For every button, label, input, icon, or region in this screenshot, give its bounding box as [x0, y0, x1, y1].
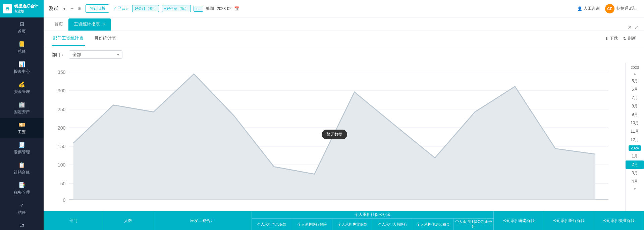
logo-name: 畅捷通好会计	[14, 4, 38, 9]
sidebar-item-label: 进销台账	[14, 170, 30, 175]
th-p5: 个人承担住房公积金	[413, 219, 453, 230]
sidebar-item-checkout[interactable]: ✓ 结账	[0, 199, 44, 219]
svg-text:350: 350	[58, 70, 66, 75]
period-label: 账期	[206, 6, 214, 11]
user-area: CE 畅捷通B迅...	[605, 4, 639, 13]
chart-section: 350 300 250 200 150 100 50 0	[44, 63, 644, 211]
sidebar-item-label: 税务管理	[14, 190, 30, 195]
sidebar-item-archive[interactable]: 🗂 归档管理	[0, 219, 44, 230]
month-12[interactable]: 12月	[626, 136, 644, 144]
dept-select-wrapper: 全部 销售部 财务部 技术部	[69, 50, 122, 59]
svg-text:100: 100	[58, 162, 66, 168]
th-p2: 个人承担医疗保险	[292, 219, 332, 230]
avatar: CE	[605, 4, 614, 13]
sidebar-item-reports[interactable]: 📊 报表中心	[0, 58, 44, 78]
date-panel: 2023 ▲ 5月 6月 7月 8月 9月 10月 11月 12月 2024 1…	[625, 63, 644, 211]
tag-3: +...	[194, 6, 204, 12]
sidebar-item-ledger[interactable]: 📒 总账	[0, 38, 44, 58]
tab-salary-report[interactable]: 工资统计报表 ×	[68, 18, 111, 31]
window-expand-btn[interactable]: ⤢	[635, 25, 639, 30]
sidebar-item-tax[interactable]: 📑 税务管理	[0, 179, 44, 199]
month-6[interactable]: 6月	[626, 85, 644, 94]
ledger-icon: 📒	[18, 41, 25, 47]
date-prev-btn[interactable]: ▲	[632, 71, 638, 77]
month-7[interactable]: 7月	[626, 94, 644, 102]
chart-container: 350 300 250 200 150 100 50 0	[44, 63, 625, 211]
sub-tabs: 部门工资统计表 月份统计表 ⬇ 下载 ↻ 刷新	[44, 31, 644, 46]
company-name: 测试	[49, 6, 58, 12]
th-c3: 公司承担失业保险	[594, 211, 644, 230]
certified-icon: ✓ 已认证	[113, 6, 129, 11]
month-10[interactable]: 10月	[626, 119, 644, 127]
year-2024-label[interactable]: 2024	[629, 145, 641, 151]
tab-close-btn[interactable]: ×	[103, 22, 106, 27]
year-2023-label: 2023	[630, 64, 639, 71]
sidebar-item-assets[interactable]: 🏢 固定资产	[0, 98, 44, 118]
tab-bar: 首页 工资统计报表 × ✕ ⤢	[44, 17, 644, 31]
sidebar-item-label: 总账	[18, 49, 26, 54]
chart-area	[73, 74, 595, 199]
invoice-icon: 🧾	[18, 142, 25, 148]
svg-text:0: 0	[63, 197, 66, 203]
th-p6: 个人承担社保公积金合计	[453, 219, 493, 230]
sidebar-item-label: 结账	[18, 210, 26, 216]
sidebar-item-label: 工资	[18, 129, 26, 135]
refresh-btn[interactable]: ↻ 刷新	[623, 36, 636, 41]
month-1[interactable]: 1月	[626, 152, 644, 160]
sub-tab-dept[interactable]: 部门工资统计表	[52, 31, 85, 46]
user-name: 畅捷通B迅...	[616, 6, 639, 11]
sidebar-item-salary[interactable]: 💴 工资	[0, 118, 44, 138]
date-next-btn[interactable]: ▼	[632, 186, 638, 192]
logo-icon: 云	[3, 4, 12, 13]
checkout-icon: ✓	[20, 202, 24, 209]
filter-label: 部门：	[52, 52, 65, 58]
th-group-cells: 个人承担养老保险 个人承担医疗保险 个人承担失业保险 个人承担大额医疗 个人承担…	[252, 219, 494, 230]
month-4[interactable]: 4月	[626, 177, 644, 186]
sidebar-item-invoice[interactable]: 🧾 发票管理	[0, 138, 44, 158]
app-logo: 云 畅捷通好会计 专业版	[0, 0, 44, 17]
th-headcount: 人数	[103, 211, 153, 230]
period-value: 2023-02	[217, 6, 231, 11]
archive-icon: 🗂	[19, 222, 24, 228]
chart-svg: 350 300 250 200 150 100 50 0	[52, 63, 617, 211]
assets-icon: 🏢	[18, 101, 25, 108]
service-btn[interactable]: 👤 人工咨询	[577, 6, 600, 11]
salary-icon: 💴	[18, 122, 25, 128]
sidebar-item-label: 固定资产	[14, 109, 30, 115]
top-header: 测试 ▼ + ⚙ 切到旧版 ✓ 已认证 好会计（专） +好生意（标） +... …	[44, 0, 644, 17]
th-group-title: 个人承担社保公积金	[252, 211, 494, 219]
sidebar-nav: ⊞ 首页 📒 总账 📊 报表中心 💰 资金管理 🏢 固定资产 💴 工资 🧾 发票…	[0, 17, 44, 230]
calendar-icon[interactable]: 📅	[234, 6, 239, 11]
company-dropdown[interactable]: ▼	[62, 6, 66, 11]
reports-icon: 📊	[18, 61, 25, 67]
month-11[interactable]: 11月	[626, 127, 644, 136]
window-close-btn[interactable]: ✕	[628, 24, 632, 31]
svg-text:300: 300	[58, 88, 66, 93]
month-8[interactable]: 8月	[626, 102, 644, 110]
th-c1: 公司承担养老保险	[494, 211, 544, 230]
sales-icon: 📋	[18, 162, 25, 168]
month-9[interactable]: 9月	[626, 110, 644, 119]
add-button[interactable]: +	[70, 6, 73, 12]
switch-old-btn[interactable]: 切到旧版	[86, 4, 109, 13]
download-btn[interactable]: ⬇ 下载	[605, 36, 618, 41]
dept-select[interactable]: 全部 销售部 财务部 技术部	[69, 50, 122, 59]
month-2-active[interactable]: 2月	[626, 160, 644, 169]
sidebar-item-funds[interactable]: 💰 资金管理	[0, 78, 44, 98]
tab-home[interactable]: 首页	[49, 18, 68, 31]
month-3[interactable]: 3月	[626, 169, 644, 177]
sidebar-item-label: 首页	[18, 29, 26, 34]
settings-header-icon[interactable]: ⚙	[77, 6, 82, 11]
sidebar: 云 畅捷通好会计 专业版 ⊞ 首页 📒 总账 📊 报表中心 💰 资金管理 🏢 固…	[0, 0, 44, 230]
table-header: 部门 人数 应发工资合计 个人承担社保公积金 个人承担养老保险 个人承担医疗保险…	[44, 211, 644, 230]
month-5[interactable]: 5月	[626, 77, 644, 85]
funds-icon: 💰	[18, 81, 25, 88]
sub-tab-month[interactable]: 月份统计表	[93, 31, 117, 46]
service-icon: 👤	[577, 6, 582, 11]
sidebar-item-home[interactable]: ⊞ 首页	[0, 17, 44, 38]
th-p4: 个人承担大额医疗	[373, 219, 413, 230]
header-right: 👤 人工咨询 CE 畅捷通B迅...	[577, 4, 639, 13]
sidebar-item-label: 资金管理	[14, 89, 30, 95]
sidebar-item-sales[interactable]: 📋 进销台账	[0, 158, 44, 179]
content-area: 部门工资统计表 月份统计表 ⬇ 下载 ↻ 刷新 部门： 全部	[44, 31, 644, 230]
